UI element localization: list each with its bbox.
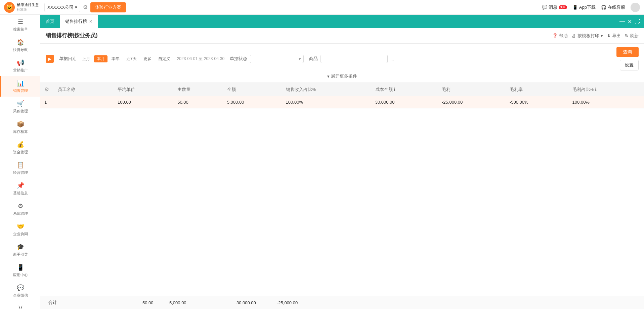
basics-icon: 📌 xyxy=(17,182,24,189)
date-tab-7days[interactable]: 近7天 xyxy=(124,55,139,62)
window-minimize-icon[interactable]: — xyxy=(619,18,625,24)
date-tab-prev-month[interactable]: 上月 xyxy=(79,55,93,62)
cell-rank: 1 xyxy=(40,96,54,108)
col-settings[interactable]: ⚙ xyxy=(40,83,54,96)
sidebar-label-quick-nav: 快捷导航 xyxy=(13,47,28,52)
help-button[interactable]: ❓ 帮助 xyxy=(552,33,568,39)
top-bar: 🐱 畅康通好生意 标准版 XXXXXX公司 ▾ ⚙ 体验行业方案 💬 消息 99… xyxy=(0,0,644,15)
logo-line1: 畅康通好生意 xyxy=(17,2,39,7)
date-tabs: 上月 本月 本年 近7天 更多 自定义 xyxy=(79,55,173,62)
tab-home[interactable]: 首页 xyxy=(40,15,60,28)
sidebar-item-inventory[interactable]: 📦 库存核算 xyxy=(0,117,40,138)
purchase-icon: 🛒 xyxy=(17,100,24,107)
sidebar-item-membership[interactable]: V 畅会员 xyxy=(0,301,40,309)
sidebar-item-basics[interactable]: 📌 基础信息 xyxy=(0,178,40,199)
app-download-label: App下载 xyxy=(579,4,596,10)
messages-button[interactable]: 💬 消息 99+ xyxy=(542,4,567,10)
table-row: 1 100.00 50.00 5,000.00 100.00% 30,000.0… xyxy=(40,96,644,108)
sidebar-item-search[interactable]: ☰ 搜索菜单 xyxy=(0,15,40,35)
more-filter-icon[interactable]: ... xyxy=(390,56,394,61)
col-name: 员工名称 xyxy=(54,83,114,96)
cell-profit-rate: -500.00% xyxy=(506,96,568,108)
page-content: 销售排行榜(按业务员) ❓ 帮助 🖨 按模板打印 ▾ ⬇ 导出 xyxy=(40,28,644,309)
top-bar-left: 🐱 畅康通好生意 标准版 XXXXXX公司 ▾ ⚙ 体验行业方案 xyxy=(4,2,542,13)
sidebar-item-operations[interactable]: 📋 经营管理 xyxy=(0,158,40,178)
avatar[interactable] xyxy=(631,3,640,12)
footer-total-label: 合计 xyxy=(44,300,112,306)
sidebar-label-marketing: 营销推广 xyxy=(13,68,28,73)
expand-filter-button[interactable]: ▾ 展开更多条件 xyxy=(46,73,639,79)
window-expand-icon[interactable]: ⛶ xyxy=(635,18,640,24)
app-download-button[interactable]: 📱 App下载 xyxy=(572,4,596,10)
query-button[interactable]: 查询 xyxy=(616,47,639,57)
settings-icon[interactable]: ⚙ xyxy=(83,4,88,10)
sidebar-item-system[interactable]: ⚙ 系统管理 xyxy=(0,199,40,219)
table-section: ⚙ 员工名称 平均单价 主数量 全额 销售收入占比% 成本全额 ℹ 毛利 毛利率 xyxy=(40,83,644,296)
col-total: 全额 xyxy=(223,83,282,96)
top-bar-right: 💬 消息 99+ 📱 App下载 🎧 在线客服 xyxy=(542,3,640,12)
sidebar-item-quick-nav[interactable]: 🏠 快捷导航 xyxy=(0,35,40,56)
tab-sales-ranking-label: 销售排行榜 xyxy=(65,18,87,24)
sidebar-item-guide[interactable]: 🎓 新手引导 xyxy=(0,240,40,260)
tab-close-icon[interactable]: ✕ xyxy=(89,19,92,24)
filter-bar: ▶ 单据日期 上月 本月 本年 近7天 更多 自定义 2023-06-01 至 … xyxy=(40,44,644,83)
sidebar-label-search: 搜索菜单 xyxy=(13,27,28,32)
footer-total: 5,000.00 xyxy=(165,300,199,305)
date-tab-current-year[interactable]: 本年 xyxy=(109,55,122,62)
col-cost: 成本全额 ℹ xyxy=(371,83,438,96)
company-name: XXXXXX公司 xyxy=(47,4,74,10)
online-service-button[interactable]: 🎧 在线客服 xyxy=(601,4,625,10)
sidebar-item-wechat[interactable]: 💬 企业微信 xyxy=(0,281,40,301)
status-select[interactable] xyxy=(250,55,304,63)
filter-collapse-arrow[interactable]: ▶ xyxy=(46,55,54,63)
sidebar-label-inventory: 库存核算 xyxy=(13,129,28,134)
refresh-button[interactable]: ↻ 刷新 xyxy=(625,33,639,39)
export-label: 导出 xyxy=(612,33,621,39)
tab-sales-ranking[interactable]: 销售排行榜 ✕ xyxy=(60,15,98,28)
sidebar-item-purchase[interactable]: 🛒 采购管理 xyxy=(0,97,40,117)
print-button[interactable]: 🖨 按模板打印 ▾ xyxy=(572,33,603,39)
tab-home-label: 首页 xyxy=(46,18,54,24)
cell-sales-pct: 100.00% xyxy=(282,96,371,108)
date-tab-current-month[interactable]: 本月 xyxy=(94,55,108,62)
print-icon: 🖨 xyxy=(572,33,576,38)
sidebar-item-enterprise[interactable]: 🤝 企业协同 xyxy=(0,219,40,240)
company-selector[interactable]: XXXXXX公司 ▾ xyxy=(44,3,80,12)
footer-row: 合计 50.00 5,000.00 30,000.00 -25,000.00 xyxy=(44,300,640,306)
table-header-row: ⚙ 员工名称 平均单价 主数量 全额 销售收入占比% 成本全额 ℹ 毛利 毛利率 xyxy=(40,83,644,96)
sidebar-label-enterprise: 企业协同 xyxy=(13,231,28,237)
date-tab-custom[interactable]: 自定义 xyxy=(156,55,173,62)
guide-icon: 🎓 xyxy=(17,243,24,251)
sales-icon: 📊 xyxy=(17,80,24,87)
trial-button[interactable]: 体验行业方案 xyxy=(90,2,126,12)
page-actions: ❓ 帮助 🖨 按模板打印 ▾ ⬇ 导出 ↻ 刷新 xyxy=(552,33,639,39)
date-range-display: 2023-06-01 至 2023-06-30 xyxy=(177,56,224,62)
inventory-icon: 📦 xyxy=(17,120,24,128)
phone-icon: 📱 xyxy=(572,5,578,10)
refresh-label: 刷新 xyxy=(630,33,639,39)
settings-button[interactable]: 设置 xyxy=(620,60,639,70)
column-settings-icon[interactable]: ⚙ xyxy=(44,87,49,92)
sidebar-item-sales[interactable]: 📊 销售管理 xyxy=(0,76,40,97)
sidebar-item-finance[interactable]: 💰 资金管理 xyxy=(0,138,40,158)
sidebar-item-marketing[interactable]: 📢 营销推广 xyxy=(0,56,40,76)
col-main-qty: 主数量 xyxy=(173,83,223,96)
membership-icon: V xyxy=(18,305,23,309)
export-button[interactable]: ⬇ 导出 xyxy=(607,33,621,39)
messages-badge: 99+ xyxy=(559,5,567,9)
footer-profit: -25,000.00 xyxy=(273,300,313,305)
chevron-down-icon: ▾ xyxy=(75,5,77,10)
cell-avg-price: 100.00 xyxy=(114,96,173,108)
sidebar-label-basics: 基础信息 xyxy=(13,191,28,196)
window-close-icon[interactable]: ✕ xyxy=(628,18,632,25)
sidebar-item-apps[interactable]: 📱 应用中心 xyxy=(0,260,40,281)
date-filter-group: 单据日期 上月 本月 本年 近7天 更多 自定义 2023-06-01 至 20… xyxy=(59,55,224,62)
status-select-wrapper xyxy=(250,55,304,63)
sidebar-label-operations: 经营管理 xyxy=(13,170,28,175)
filter-row: ▶ 单据日期 上月 本月 本年 近7天 更多 自定义 2023-06-01 至 … xyxy=(46,47,639,70)
date-filter-label: 单据日期 xyxy=(59,56,77,62)
goods-input[interactable] xyxy=(320,55,388,63)
footer-cost: 30,000.00 xyxy=(232,300,273,305)
col-sales-pct: 销售收入占比% xyxy=(282,83,371,96)
date-tab-more[interactable]: 更多 xyxy=(141,55,154,62)
